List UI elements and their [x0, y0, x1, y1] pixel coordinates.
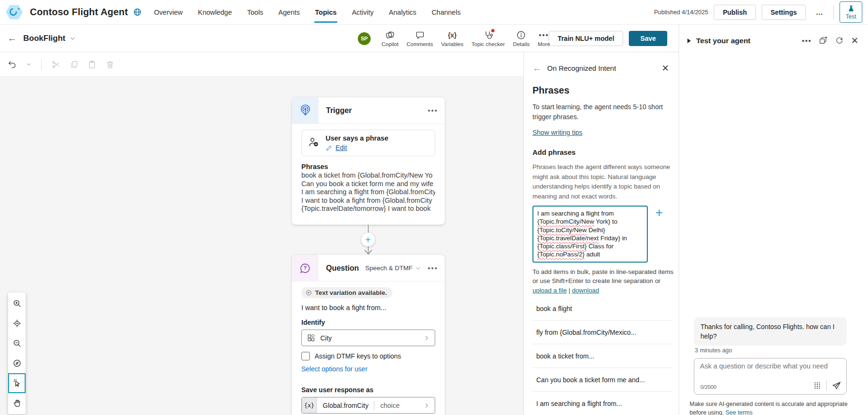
phrase-list-item[interactable]: fly from {Global.fromCity/Mexico... — [532, 321, 672, 344]
question-mode-dropdown[interactable]: Speech & DTMF — [365, 264, 421, 272]
center-canvas-button[interactable] — [8, 313, 26, 333]
published-status: Published 4/14/2025 — [654, 9, 708, 16]
writing-tips-link[interactable]: Show writing tips — [532, 129, 582, 136]
tab-analytics[interactable]: Analytics — [389, 0, 416, 25]
more-button[interactable]: •••More — [538, 30, 550, 47]
zoom-in-button[interactable] — [8, 293, 26, 313]
send-icon[interactable] — [831, 381, 841, 391]
trigger-node-menu-button[interactable]: ••• — [428, 106, 438, 114]
tab-knowledge[interactable]: Knowledge — [198, 0, 232, 25]
tab-agents[interactable]: Agents — [279, 0, 300, 25]
tab-activity[interactable]: Activity — [352, 0, 373, 25]
app-logo-icon: ✦ — [6, 5, 23, 20]
download-link[interactable]: download — [572, 287, 599, 294]
dialpad-icon[interactable] — [813, 381, 821, 390]
paste-button[interactable] — [87, 60, 97, 69]
test-more-button[interactable]: ••• — [802, 37, 812, 45]
edit-link[interactable]: Edit — [336, 144, 347, 151]
test-button[interactable]: Test — [840, 1, 862, 23]
save-response-label: Save user response as — [301, 386, 435, 394]
save-button[interactable]: Save — [629, 31, 667, 46]
identify-entity-select[interactable]: City — [301, 330, 435, 346]
question-node-menu-button[interactable]: ••• — [428, 264, 438, 272]
comments-icon — [415, 30, 425, 40]
test-close-button[interactable]: ✕ — [851, 35, 859, 46]
question-node-title: Question — [326, 264, 359, 273]
select-tool-button[interactable] — [8, 373, 26, 393]
upload-file-link[interactable]: upload a file — [532, 287, 567, 294]
edit-pencil-icon — [326, 144, 333, 151]
phrase-list-item[interactable]: Can you book a ticket form me and... — [532, 368, 672, 392]
delete-button[interactable] — [105, 60, 115, 69]
cut-button[interactable] — [51, 60, 61, 69]
chat-input[interactable] — [700, 362, 838, 370]
tab-channels[interactable]: Channels — [431, 0, 460, 25]
phrases-title: Phrases — [532, 85, 672, 96]
panel-back-button[interactable]: ← — [532, 63, 541, 74]
save-response-variable[interactable]: {x} Global.fromCity choice — [301, 397, 435, 414]
tab-tools[interactable]: Tools — [247, 0, 263, 25]
collapse-triangle-icon[interactable] — [687, 38, 691, 44]
mode-chevron-down-icon — [415, 265, 421, 271]
canvas-zoom-toolbar — [8, 292, 26, 414]
dtmf-checkbox[interactable] — [301, 352, 310, 360]
copy-button[interactable] — [69, 60, 79, 69]
settings-button[interactable]: Settings — [762, 5, 806, 20]
add-node-button[interactable]: + — [361, 233, 375, 246]
user-says-label: User says a phrase — [326, 134, 388, 142]
avatar[interactable]: SP — [358, 32, 371, 45]
trigger-phrase: {Topic.travelDate/tomorrow} I want to bo… — [301, 205, 435, 213]
chevron-right-icon — [423, 335, 430, 341]
phrase-list: book a flightfly from {Global.fromCity/M… — [532, 297, 672, 415]
topic-checker-button[interactable]: Topic checker — [472, 30, 505, 47]
refresh-icon[interactable] — [835, 36, 844, 45]
variables-button[interactable]: {x}Variables — [441, 30, 463, 47]
phrase-list-item[interactable]: book a flight — [532, 297, 672, 321]
phrase-list-item[interactable]: book a ticket from... — [532, 344, 672, 368]
back-button[interactable]: ← — [8, 33, 17, 44]
flow-canvas[interactable]: Trigger ••• User says a phrase Edit — [0, 52, 523, 415]
more-icon: ••• — [539, 30, 549, 40]
add-phrase-button[interactable]: + — [655, 208, 663, 263]
phrase-list-item[interactable]: I am searching a flight from... — [532, 392, 672, 415]
trigger-icon — [292, 97, 318, 124]
details-button[interactable]: Details — [513, 30, 530, 47]
trigger-phrase: Can you book a ticket form me and my wif… — [301, 180, 435, 189]
panel-close-button[interactable]: ✕ — [662, 63, 669, 74]
trigger-phrase: I am searching a flight from {Global.fro… — [301, 188, 435, 197]
zoom-out-button[interactable] — [8, 333, 26, 353]
minimap-button[interactable] — [8, 353, 26, 373]
undo-button[interactable] — [8, 60, 17, 69]
message-timestamp: 3 minutes ago — [695, 347, 732, 354]
test-panel: Test your agent ••• ✕ Thanks for calling… — [679, 25, 868, 415]
topbar-more-button[interactable]: ... — [812, 5, 828, 20]
node-phrases-list: book a ticket from {Global.fromCity/New … — [301, 171, 435, 213]
canvas-toolbar — [0, 52, 523, 77]
topic-tools: SP CopilotComments{x}VariablesTopic chec… — [358, 25, 550, 52]
dtmf-checkbox-row[interactable]: Assign DTMF keys to options — [301, 352, 435, 360]
conversation-map-icon[interactable] — [819, 36, 828, 45]
bulk-hint: To add items in bulk, paste in line-sepa… — [532, 267, 675, 295]
undo-chevron-icon[interactable] — [26, 61, 32, 67]
phrase-input[interactable]: I am searching a flight from{Topic.fromC… — [532, 206, 648, 263]
comments-button[interactable]: Comments — [407, 30, 433, 47]
see-terms-link[interactable]: See terms — [726, 409, 753, 415]
tab-topics[interactable]: Topics — [315, 0, 337, 25]
publish-button[interactable]: Publish — [714, 5, 756, 20]
copilot-button[interactable]: Copilot — [382, 30, 399, 47]
tab-overview[interactable]: Overview — [154, 0, 183, 25]
train-nlu-button[interactable]: Train NLU+ model — [549, 31, 623, 46]
user-says-card[interactable]: User says a phrase Edit — [301, 130, 435, 156]
app-name: Contoso Flight Agent — [30, 7, 128, 18]
select-options-link[interactable]: Select options for user — [301, 365, 367, 373]
user-says-icon — [308, 136, 320, 148]
pan-tool-button[interactable] — [8, 393, 26, 413]
question-node[interactable]: ? Question Speech & DTMF ••• Text variat… — [292, 255, 445, 415]
variable-icon: {x} — [302, 397, 317, 413]
chat-input-card: 0/2000 — [694, 358, 847, 395]
question-icon: ? — [292, 255, 318, 282]
trigger-node[interactable]: Trigger ••• User says a phrase Edit — [292, 97, 445, 225]
topic-chevron-down-icon[interactable] — [69, 35, 76, 42]
nav-tabs: OverviewKnowledgeToolsAgentsTopicsActivi… — [154, 0, 461, 25]
dtmf-checkbox-label: Assign DTMF keys to options — [315, 352, 401, 360]
